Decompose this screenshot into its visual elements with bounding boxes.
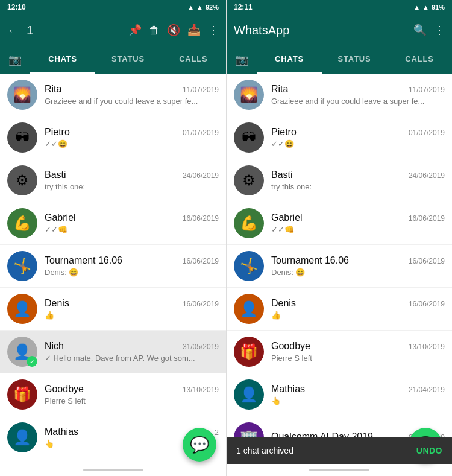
chat-item[interactable]: 🤸Tournament 16.0616/06/2019Denis: 😄 — [227, 245, 452, 288]
chat-item[interactable]: 👤Mathias21/04/2019👆 — [227, 373, 452, 416]
avatar: 🌄 — [7, 80, 37, 110]
chat-item[interactable]: 🤸Tournament 16.0616/06/2019Denis: 😄 — [0, 245, 226, 288]
chat-name: Gabriel — [271, 212, 303, 223]
chat-time: 16/06/2019 — [409, 214, 445, 223]
avatar: 👤 — [7, 294, 37, 324]
chat-header: Pietro01/07/2019 — [45, 127, 219, 138]
left-toolbar: ← 1 📌 🗑 🔇 📥 ⋮ — [0, 14, 226, 46]
right-status-icons: ▲ ▲ 91% — [413, 4, 445, 11]
chat-name: Denis — [45, 298, 69, 309]
chat-item[interactable]: 🌄Rita11/07/2019Grazieee and if you could… — [0, 74, 226, 116]
chat-content: Denis16/06/2019👍 — [45, 298, 219, 320]
left-home-bar — [83, 469, 143, 471]
chat-time: 16/06/2019 — [183, 300, 219, 308]
avatar: ⚙ — [234, 165, 264, 195]
chat-preview: Grazieee and if you could leave a super … — [45, 97, 219, 106]
chat-content: Rita11/07/2019Grazieee and if you could … — [45, 84, 219, 106]
left-battery: 92% — [206, 4, 219, 11]
back-button[interactable]: ← — [7, 24, 19, 37]
mute-button[interactable]: 🔇 — [167, 24, 180, 37]
chat-item[interactable]: 👤✓Nich31/05/2019✓ Hello mate. Dave from … — [0, 331, 226, 373]
chat-header: Basti24/06/2019 — [45, 170, 219, 180]
chat-header: Denis16/06/2019 — [271, 298, 445, 309]
right-tab-chats[interactable]: CHATS — [257, 46, 322, 74]
chat-item[interactable]: 💪Gabriel16/06/2019✓✓👊 — [0, 202, 226, 245]
avatar: 🤸 — [7, 251, 37, 281]
avatar: 🌄 — [234, 80, 264, 110]
chat-item[interactable]: 🌄Rita11/07/2019Grazieee and if you could… — [227, 74, 452, 116]
right-search-button[interactable]: 🔍 — [413, 24, 427, 37]
chat-header: Denis16/06/2019 — [45, 298, 219, 309]
chat-name: Rita — [45, 84, 61, 95]
delete-button[interactable]: 🗑 — [149, 24, 160, 37]
right-camera-icon[interactable]: 📷 — [227, 46, 257, 74]
chat-content: Gabriel16/06/2019✓✓👊 — [271, 212, 445, 234]
left-chat-list: 🌄Rita11/07/2019Grazieee and if you could… — [0, 74, 226, 464]
chat-item[interactable]: 💪Gabriel16/06/2019✓✓👊 — [227, 202, 452, 245]
chat-name: Rita — [271, 84, 288, 95]
chat-name: Basti — [45, 170, 66, 180]
left-signal-icon: ▲ — [196, 4, 203, 11]
snackbar-message: 1 chat archived — [236, 446, 293, 455]
avatar: 💪 — [7, 208, 37, 238]
chat-preview: ✓ Hello mate. Dave from AP. We got som..… — [45, 354, 219, 363]
chat-header: Goodbye13/10/2019 — [45, 384, 219, 395]
chat-preview: ✓✓😄 — [271, 139, 445, 148]
chat-content: Basti24/06/2019try this one: — [271, 170, 445, 191]
snackbar: 1 chat archived UNDO — [227, 437, 452, 464]
chat-header: Nich31/05/2019 — [45, 341, 219, 352]
chat-header: Rita11/07/2019 — [45, 84, 219, 95]
chat-time: 16/06/2019 — [409, 300, 445, 308]
chat-content: Denis16/06/2019👍 — [271, 298, 445, 320]
chat-time: 24/06/2019 — [409, 171, 445, 180]
chat-content: Goodbye13/10/2019Pierre S left — [45, 384, 219, 405]
chat-time: 11/07/2019 — [183, 86, 219, 94]
chat-content: Pietro01/07/2019✓✓😄 — [271, 127, 445, 148]
chat-item[interactable]: 🎁Goodbye13/10/2019Pierre S left — [227, 331, 452, 373]
chat-item[interactable]: 👤Denis16/06/2019👍 — [0, 288, 226, 331]
chat-item[interactable]: ⚙Basti24/06/2019try this one: — [227, 159, 452, 202]
chat-time: 13/10/2019 — [409, 343, 445, 351]
chat-item[interactable]: 🕶Pietro01/07/2019✓✓😄 — [227, 116, 452, 159]
chat-time: 24/06/2019 — [183, 171, 219, 180]
left-camera-icon[interactable]: 📷 — [0, 46, 30, 74]
left-home-indicator — [0, 464, 226, 476]
chat-item[interactable]: 🎁Goodbye13/10/2019Pierre S left — [0, 373, 226, 416]
chat-preview: Denis: 😄 — [271, 268, 445, 277]
snackbar-undo-button[interactable]: UNDO — [416, 446, 442, 455]
chat-name: Denis — [271, 298, 296, 309]
right-app-title: WhatsApp — [234, 24, 406, 37]
chat-content: Rita11/07/2019Grazieee and if you could … — [271, 84, 445, 106]
chat-item[interactable]: 🕶Pietro01/07/2019✓✓😄 — [0, 116, 226, 159]
right-time: 12:11 — [234, 3, 253, 11]
right-home-indicator — [227, 464, 452, 476]
left-wifi-icon: ▲ — [187, 4, 194, 11]
left-more-button[interactable]: ⋮ — [208, 24, 219, 37]
right-chat-list: 🌄Rita11/07/2019Grazieee and if you could… — [227, 74, 452, 464]
chat-item[interactable]: 👤Denis16/06/2019👍 — [227, 288, 452, 331]
right-more-button[interactable]: ⋮ — [434, 24, 445, 37]
left-fab[interactable]: 💬 — [183, 428, 216, 462]
left-tab-chats[interactable]: CHATS — [30, 46, 95, 74]
left-tab-calls[interactable]: CALLS — [161, 46, 226, 74]
left-status-icons: ▲ ▲ 92% — [187, 4, 219, 11]
chat-header: Basti24/06/2019 — [271, 170, 445, 180]
chat-preview: 👆 — [271, 396, 445, 405]
left-tab-status[interactable]: STATUS — [95, 46, 160, 74]
chat-name: Goodbye — [45, 384, 84, 395]
chat-time: 16/06/2019 — [409, 257, 445, 265]
chat-content: Nich31/05/2019✓ Hello mate. Dave from AP… — [45, 341, 219, 363]
chat-preview: ✓✓👊 — [271, 225, 445, 234]
pin-button[interactable]: 📌 — [128, 24, 142, 37]
archive-button[interactable]: 📥 — [187, 24, 201, 37]
chat-item[interactable]: ⚙Basti24/06/2019try this one: — [0, 159, 226, 202]
chat-preview: Pierre S left — [45, 396, 219, 405]
avatar: 🤸 — [234, 251, 264, 281]
chat-name: Mathias — [271, 384, 305, 395]
right-tab-calls[interactable]: CALLS — [387, 46, 452, 74]
chat-name: Gabriel — [45, 212, 76, 223]
right-tab-status[interactable]: STATUS — [322, 46, 387, 74]
chat-header: Tournament 16.0616/06/2019 — [271, 255, 445, 266]
chat-preview: Grazieee and if you could leave a super … — [271, 97, 445, 106]
right-status-bar: 12:11 ▲ ▲ 91% — [227, 0, 452, 14]
